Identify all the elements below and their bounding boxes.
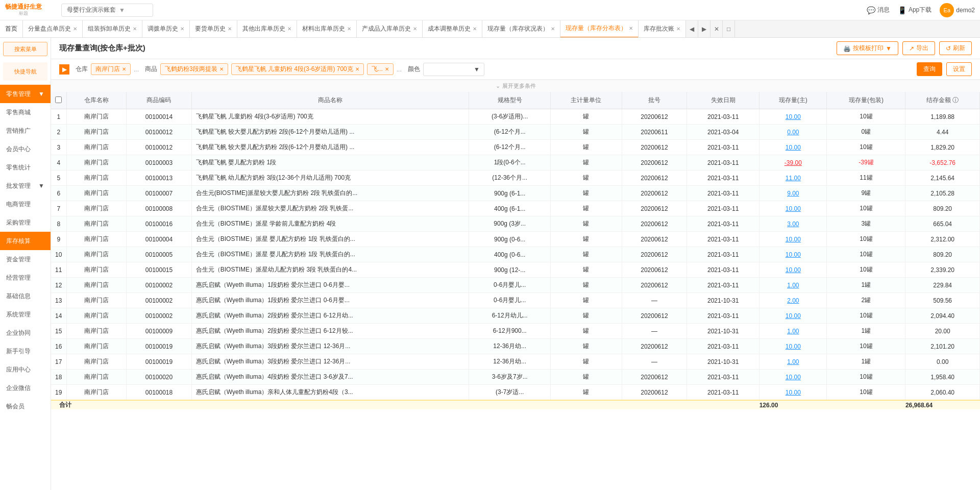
cell-qty-main[interactable]: 0.00 [760,125,827,140]
sidebar-item-member[interactable]: 畅会员 [0,397,51,415]
close-icon[interactable]: ✕ [180,26,184,32]
tab-product-inbound[interactable]: 产成品入库单历史 ✕ [357,20,423,38]
sidebar-item-enterprise-wechat[interactable]: 企业微信 [0,379,51,397]
cell-qty-main[interactable]: 10.00 [760,370,827,385]
tab-stock-distribute[interactable]: 现存量（库存分布表） ✕ [560,20,639,38]
close-icon[interactable]: ✕ [413,26,417,32]
cell-spec: 12-36月幼... [469,339,551,354]
sidebar-item-sys-mgmt[interactable]: 系统管理 [0,305,51,324]
tab-requisition[interactable]: 要货单历史 ✕ [190,20,237,38]
sidebar-item-retail-mgmt[interactable]: 零售管理 ▼ [0,85,51,103]
product-tag-0: 飞鹤奶粉3段两提装 ✕ [160,63,228,75]
close-icon[interactable]: ✕ [551,26,555,32]
cell-qty-main[interactable]: 11.00 [760,170,827,186]
tab-maximize-btn[interactable]: □ [723,20,735,38]
close-icon[interactable]: ✕ [676,26,680,32]
page-title: 现存量查询(按仓库+批次) [59,43,145,53]
sidebar-item-basic-info[interactable]: 基础信息 [0,287,51,305]
product-more[interactable]: ... [397,66,402,73]
tab-batch-order[interactable]: 库存批次账 ✕ [639,20,686,38]
cell-qty-main[interactable]: 10.00 [760,385,827,401]
sidebar-item-wholesale-mgmt[interactable]: 批发管理 ▼ [0,177,51,195]
tab-material-outbound[interactable]: 材料出库单历史 ✕ [297,20,357,38]
cell-qty-main[interactable]: 10.00 [760,262,827,278]
sidebar-item-enterprise-collab[interactable]: 企业协同 [0,324,51,342]
content-area: 现存量查询(按仓库+批次) 🖨️ 按模板打印 ▼ ↗ 导出 ↺ 刷新 ▶ [51,38,980,490]
cell-qty-main[interactable]: 10.00 [760,308,827,324]
cell-qty-main[interactable]: 1.00 [760,278,827,293]
sidebar-item-new-guide[interactable]: 新手引导 [0,342,51,360]
cell-qty-main[interactable]: 10.00 [760,339,827,354]
cell-expire: 2021-03-11 [687,186,760,201]
tab-other-outbound[interactable]: 其他出库单历史 ✕ [237,20,297,38]
close-icon[interactable]: ✕ [347,26,351,32]
cell-name: 飞鹤星飞帆 儿童奶粉 4段(3-6岁适用) 700克 [191,109,469,125]
cell-qty-main[interactable]: 1.00 [760,354,827,370]
close-icon[interactable]: ✕ [473,26,477,32]
refresh-btn[interactable]: ↺ 刷新 [939,41,972,55]
close-icon[interactable]: ✕ [73,26,77,32]
remove-product-tag-0[interactable]: ✕ [219,66,224,72]
tab-next-btn[interactable]: ▶ [698,20,710,38]
cell-qty-main[interactable]: 1.00 [760,324,827,339]
cell-qty-main[interactable]: 10.00 [760,140,827,155]
sidebar-quick-nav[interactable]: 快捷导航 [3,62,47,81]
close-icon[interactable]: ✕ [228,26,232,32]
sidebar-item-retail-store[interactable]: 零售商城 [0,103,51,121]
cell-qty-main[interactable]: 9.00 [760,186,827,201]
sidebar-item-inventory[interactable]: 库存核算 [0,232,51,250]
sidebar-item-purchase[interactable]: 采购管理 [0,213,51,232]
app-download-btn[interactable]: 📱 App下载 [898,6,932,14]
cell-qty-main[interactable]: -39.00 [760,155,827,170]
tab-home[interactable]: 首页 [0,20,23,38]
sidebar-item-marketing[interactable]: 营销推广 [0,121,51,140]
color-dropdown[interactable]: ▼ [423,63,484,76]
settings-btn[interactable]: 设置 [946,62,972,76]
close-icon[interactable]: ✕ [287,26,291,32]
cell-qty-pkg: 1罐 [827,354,905,370]
cell-qty-main[interactable]: 10.00 [760,232,827,247]
sidebar-item-ecommerce[interactable]: 电商管理 [0,195,51,213]
tab-stock-status[interactable]: 现存量（库存状况表） ✕ [482,20,560,38]
cell-expire: 2021-03-11 [687,308,760,324]
sidebar-item-finance[interactable]: 资金管理 [0,250,51,268]
tab-split-stock[interactable]: 分量盘点单历史 ✕ [23,20,83,38]
expand-more-conditions[interactable]: ⌄ 展开更多条件 [51,80,980,92]
warehouse-more[interactable]: ... [134,66,139,73]
remove-product-tag-2[interactable]: ✕ [385,66,389,72]
cell-batch: 20200612 [622,170,687,186]
expand-btn[interactable]: ▶ [59,64,69,75]
col-amount: 结存金额 ⓘ [905,92,980,109]
cell-qty-main[interactable]: 10.00 [760,109,827,125]
close-icon[interactable]: ✕ [133,26,137,32]
close-icon[interactable]: ✕ [629,26,633,31]
search-btn[interactable]: 查询 [917,62,942,76]
sidebar-item-member-center[interactable]: 会员中心 [0,140,51,158]
cell-spec: 400g (0-6... [469,247,551,262]
remove-warehouse-tag[interactable]: ✕ [122,66,126,72]
cell-spec: 12-36月幼... [469,354,551,370]
tab-prev-btn[interactable]: ◀ [686,20,698,38]
select-all-checkbox[interactable] [55,96,62,103]
cell-qty-main[interactable]: 10.00 [760,247,827,262]
cell-qty-main[interactable]: 10.00 [760,201,827,216]
sidebar-item-ops[interactable]: 经营管理 [0,268,51,287]
sidebar-item-retail-stats[interactable]: 零售统计 [0,158,51,177]
account-selector[interactable]: 母婴行业演示账套 ▼ [61,4,153,17]
tab-disassemble[interactable]: 组装拆卸单历史 ✕ [83,20,142,38]
tab-transfer[interactable]: 调拨单历史 ✕ [142,20,190,38]
template-print-btn[interactable]: 🖨️ 按模板打印 ▼ [837,41,898,55]
tab-close-all-btn[interactable]: ✕ [710,20,723,38]
message-btn[interactable]: 💬 消息 [867,6,890,14]
export-btn[interactable]: ↗ 导出 [902,41,935,55]
footer-label: 合计 [51,400,760,409]
cell-name: 飞鹤星飞帆 婴儿配方奶粉 1段 [191,155,469,170]
remove-product-tag-1[interactable]: ✕ [355,66,359,72]
search-menu-btn[interactable]: 搜索菜单 [3,42,47,56]
user-avatar[interactable]: Ea demo2 [940,3,975,17]
cell-qty-main[interactable]: 3.00 [760,216,827,232]
cell-amount: 2,094.40 [905,308,980,324]
tab-cost-adjust[interactable]: 成本调整单历史 ✕ [423,20,482,38]
sidebar-item-app-center[interactable]: 应用中心 [0,360,51,379]
cell-qty-main[interactable]: 2.00 [760,293,827,308]
